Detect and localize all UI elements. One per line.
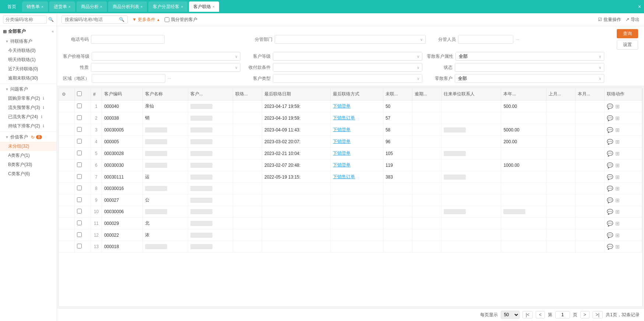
row-check-6[interactable] [77, 174, 82, 179]
manager-input[interactable] [458, 35, 513, 44]
row-checkbox[interactable] [75, 241, 91, 253]
retail-customer-select[interactable]: 全部 [455, 74, 604, 83]
main-search-icon[interactable]: 🔍 [119, 17, 124, 22]
row-check-0[interactable] [77, 103, 82, 108]
row-checkbox[interactable] [75, 136, 91, 148]
last-way-link[interactable]: 下销货单 [333, 127, 351, 132]
sidebar-item-no-group[interactable]: 未分组(32) [0, 142, 57, 151]
sidebar-item-persistent-no-order[interactable]: 持续下滑客户(2) ℹ [0, 121, 57, 131]
gender-select[interactable] [91, 63, 240, 72]
message-icon[interactable]: 💬 [607, 197, 613, 203]
my-customers-check[interactable] [165, 17, 169, 22]
close-purchase-icon[interactable]: × [68, 5, 71, 9]
message-icon[interactable]: 💬 [607, 103, 613, 109]
close-analysis-icon[interactable]: × [100, 5, 102, 9]
query-button[interactable]: 查询 [617, 29, 638, 38]
last-month-col-header[interactable]: 上月... [546, 88, 575, 100]
reset-button[interactable]: 设置 [617, 40, 638, 50]
overdue-col-header[interactable]: 逾期... [412, 88, 441, 100]
select-all-checkbox[interactable] [77, 91, 82, 96]
customer-type-select[interactable] [273, 74, 422, 83]
row-check-4[interactable] [77, 151, 82, 155]
code-col-header[interactable]: 客户编码 [102, 88, 142, 100]
last-way-link[interactable]: 下销售订单 [333, 174, 355, 179]
sidebar-item-churn-risk[interactable]: 流失预警客户(3) ℹ [0, 103, 57, 112]
page-size-select[interactable]: 50 100 200 [501, 311, 520, 319]
close-customer-contact-icon[interactable]: × [212, 5, 215, 9]
payment-select[interactable] [273, 63, 422, 72]
message-icon[interactable]: 💬 [607, 209, 613, 215]
settings-col-header[interactable]: ⚙ [59, 88, 75, 100]
row-check-8[interactable] [77, 197, 82, 202]
page-number-input[interactable] [555, 311, 570, 318]
last-way-link[interactable]: 下销售订单 [333, 115, 355, 120]
sidebar-item-overdue-contact[interactable]: 逾期未联络(30) [0, 74, 57, 83]
message-icon[interactable]: 💬 [607, 186, 613, 191]
last-way-link[interactable]: 下销货单 [333, 151, 351, 156]
nav-tab-analysis-list[interactable]: 商品分析列表 × [108, 1, 147, 12]
main-search-input[interactable] [65, 17, 117, 22]
sidebar-item-abnormal-purchase[interactable]: 固购异常客户(2) ℹ [0, 94, 57, 103]
row-checkbox[interactable] [75, 124, 91, 136]
sidebar-item-group-a[interactable]: A类客户(1) [0, 151, 57, 160]
more-action-icon[interactable]: ⊞ [615, 186, 620, 191]
contact-col-header[interactable]: 联络... [233, 88, 262, 100]
export-btn[interactable]: ↗ 导出 [626, 17, 640, 23]
message-icon[interactable]: 💬 [607, 139, 613, 145]
status-select[interactable] [455, 63, 604, 72]
last-page-btn[interactable]: >| [592, 311, 603, 318]
prev-page-btn[interactable]: < [536, 311, 545, 318]
close-main-icon[interactable]: × [638, 4, 641, 10]
more-action-icon[interactable]: ⊞ [615, 244, 620, 250]
name-col-header[interactable]: 客户名称 [143, 88, 188, 100]
retail-attr-select[interactable]: 全部 [455, 52, 604, 61]
message-icon[interactable]: 💬 [607, 162, 613, 168]
area-input[interactable] [92, 74, 165, 83]
pending-contact-group[interactable]: ▼ 待联络客户 [0, 37, 57, 46]
row-check-10[interactable] [77, 221, 82, 225]
sidebar-item-lost-customers[interactable]: 已流失客户(24) ℹ [0, 112, 57, 121]
message-icon[interactable]: 💬 [607, 127, 613, 133]
row-check-7[interactable] [77, 186, 82, 190]
no-contact-col-header[interactable]: 未联... [383, 88, 412, 100]
sidebar-item-group-b[interactable]: B类客户(33) [0, 160, 57, 169]
last-date-col-header[interactable]: 最后联络日期 [262, 88, 331, 100]
area-more-icon[interactable]: ··· [168, 76, 171, 81]
nav-tab-sales[interactable]: 销售单 × [22, 1, 48, 12]
more-action-icon[interactable]: ⊞ [615, 209, 620, 215]
batch-op-btn[interactable]: ☑ 批量操作 [598, 17, 621, 23]
this-month-col-header[interactable]: 本月... [575, 88, 604, 100]
phone-input[interactable] [91, 35, 165, 44]
last-way-col-header[interactable]: 最后联络方式 [331, 88, 383, 100]
row-checkbox[interactable] [75, 183, 91, 194]
more-action-icon[interactable]: ⊞ [615, 232, 620, 238]
row-checkbox[interactable] [75, 100, 91, 112]
sidebar-item-near7-pending[interactable]: 近7天待联络(0) [0, 64, 57, 74]
message-icon[interactable]: 💬 [607, 232, 613, 238]
row-checkbox[interactable] [75, 148, 91, 159]
row-checkbox[interactable] [75, 206, 91, 218]
message-icon[interactable]: 💬 [607, 151, 613, 156]
manager-more-icon[interactable]: ··· [515, 37, 519, 42]
row-check-5[interactable] [77, 162, 82, 167]
message-icon[interactable]: 💬 [607, 174, 613, 180]
message-icon[interactable]: 💬 [607, 115, 613, 121]
sidebar-search-input[interactable] [3, 15, 47, 24]
message-icon[interactable]: 💬 [607, 221, 613, 226]
sidebar-search-icon[interactable]: 🔍 [48, 17, 54, 22]
row-check-12[interactable] [77, 244, 82, 248]
more-action-icon[interactable]: ⊞ [615, 174, 620, 180]
close-analysis-list-icon[interactable]: × [141, 5, 143, 9]
sidebar-item-tomorrow-pending[interactable]: 明天待联络(1) [0, 55, 57, 64]
more-action-icon[interactable]: ⊞ [615, 151, 620, 156]
cat-col-header[interactable]: 客户... [188, 88, 233, 100]
row-check-11[interactable] [77, 232, 82, 237]
my-customers-checkbox[interactable]: 我分管的客户 [165, 17, 197, 23]
close-customer-segment-icon[interactable]: × [181, 5, 183, 9]
price-level-select[interactable] [92, 52, 240, 61]
row-checkbox[interactable] [75, 159, 91, 171]
refresh-icon[interactable]: ↻ [31, 135, 35, 140]
row-check-1[interactable] [77, 115, 82, 120]
problem-customers-group[interactable]: ▼ 问题客户 [0, 85, 57, 94]
more-action-icon[interactable]: ⊞ [615, 221, 620, 226]
